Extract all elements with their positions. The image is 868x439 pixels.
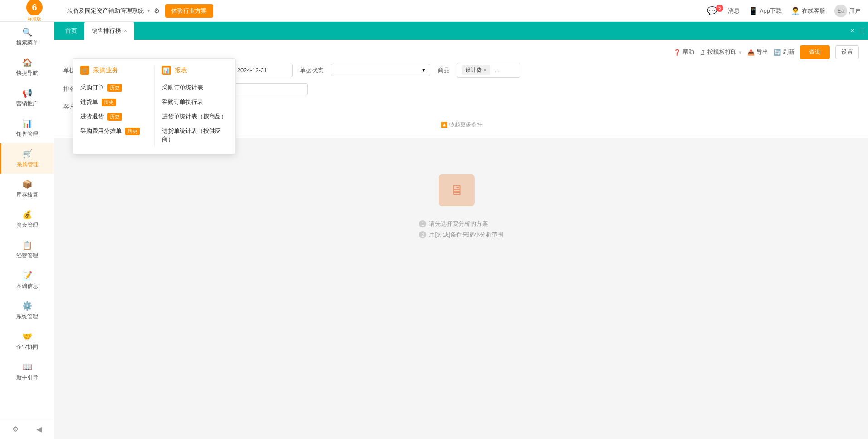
product-tag-value: 设计费 [465,66,482,74]
history-badge-purchase-order: 历史 [107,84,122,92]
online-service-button[interactable]: 👨‍💼 在线客服 [791,6,825,15]
purchase-menu-title: 采购业务 [93,66,118,74]
logo-subtitle: 标准版 [28,16,41,22]
home-icon: 🏠 [22,58,32,68]
sidebar-item-quick-nav[interactable]: 🏠 快捷导航 [0,52,54,83]
tip2-text: 用[过滤]条件来缩小分析范围 [429,231,503,239]
product-tag-remove[interactable]: × [483,67,487,74]
user-menu-button[interactable]: Ea 用户 [834,5,861,17]
sidebar-item-label: 基础信息 [16,282,38,290]
print-icon: 🖨 [700,49,706,56]
menu-item-purchase-order-stat[interactable]: 采购订单统计表 [162,80,229,95]
tab-sales-rank[interactable]: 销售排行榜 × [84,22,134,40]
refresh-label: 刷新 [783,48,795,56]
empty-tips: 1 请先选择要分析的方案 2 用[过滤]条件来缩小分析范围 [419,220,503,242]
sidebar-item-label: 资金管理 [16,222,38,229]
history-badge-expense: 历史 [125,128,140,135]
online-service-label: 在线客服 [802,7,825,15]
sidebar-item-label: 采购管理 [17,161,39,168]
purchase-order-label: 采购订单 [80,84,104,92]
empty-state: 🖥 1 请先选择要分析的方案 2 用[过滤]条件来缩小分析范围 [54,138,868,278]
sidebar-item-operations[interactable]: 📋 经营管理 [0,235,54,265]
report-menu-title: 报表 [175,66,187,74]
history-badge-inbound-return: 历史 [107,113,122,121]
purchase-menu-column: 🛒 采购业务 采购订单 历史 进货单 历史 进货退货 历史 采购费用分摊单 [73,66,155,147]
purchase-menu-header-icon: 🛒 [80,66,89,75]
purchase-icon: 🛒 [23,149,33,159]
sidebar-item-guide[interactable]: 📖 新手引导 [0,356,54,387]
menu-item-inbound-stat-product[interactable]: 进货单统计表（按商品） [162,109,229,124]
tip1-text: 请先选择要分析的方案 [429,220,488,228]
sidebar-item-label: 搜索菜单 [16,39,38,47]
collapse-sidebar-icon[interactable]: ◀ [36,425,42,434]
print-label: 按模板打印 [707,48,737,56]
help-button[interactable]: ❓ 帮助 [673,48,694,56]
tab-close-icon[interactable]: × [124,28,127,34]
inbound-stat-product-label: 进货单统计表（按商品） [162,113,227,121]
menu-item-purchase-order-exec[interactable]: 采购订单执行表 [162,95,229,109]
sidebar-item-label: 新手引导 [16,374,38,381]
menu-item-inbound[interactable]: 进货单 历史 [80,95,147,109]
product-input[interactable]: 设计费 × ... [457,63,520,78]
status-select[interactable]: ▾ [331,64,430,76]
sidebar: 🔍 搜索菜单 🏠 快捷导航 📢 营销推广 📊 销售管理 🛒 采购管理 📦 库存核… [0,22,54,439]
sidebar-bottom: ⚙ ◀ [0,419,54,439]
history-badge-inbound: 历史 [102,99,116,106]
product-dots[interactable]: ... [495,67,500,74]
window-close-icon[interactable]: × [850,27,854,35]
tab-home[interactable]: 首页 [58,22,84,40]
empty-tip-1: 1 请先选择要分析的方案 [419,220,503,228]
print-button[interactable]: 🖨 按模板打印 ▾ [700,48,742,56]
query-button[interactable]: 查询 [800,45,830,59]
system-chevron-icon[interactable]: ▾ [147,8,150,14]
menu-item-purchase-order[interactable]: 采购订单 历史 [80,80,147,95]
sidebar-item-finance[interactable]: 💰 资金管理 [0,204,54,235]
logo-icon: 6 [26,0,43,15]
message-button[interactable]: 💬 5 消息 [707,6,740,16]
sidebar-item-purchase[interactable]: 🛒 采购管理 [0,143,54,174]
refresh-icon: 🔄 [774,49,781,56]
message-label: 消息 [728,7,740,15]
sidebar-item-enterprise[interactable]: 🤝 企业协同 [0,326,54,356]
refresh-button[interactable]: 🔄 刷新 [774,48,795,56]
system-gear-icon[interactable]: ⚙ [154,7,160,15]
operations-icon: 📋 [22,240,32,250]
app-download-button[interactable]: 📱 App下载 [749,6,782,15]
menu-item-inbound-stat-supplier[interactable]: 进货单统计表（按供应商） [162,124,229,147]
empty-icon: 🖥 [439,174,484,211]
settings-button[interactable]: 设置 [835,45,859,59]
industry-solution-button[interactable]: 体验行业方案 [165,4,213,18]
message-badge: 5 [716,5,723,12]
export-button[interactable]: 📤 导出 [747,48,768,56]
report-menu-header: 📊 报表 [162,66,229,75]
marketing-icon: 📢 [22,88,32,98]
product-label: 商品 [438,66,449,74]
sidebar-item-sales[interactable]: 📊 销售管理 [0,113,54,143]
export-icon: 📤 [747,49,755,56]
system-icon: ⚙️ [22,301,32,311]
menu-item-purchase-expense[interactable]: 采购费用分摊单 历史 [80,124,147,138]
menu-item-inbound-return[interactable]: 进货退货 历史 [80,109,147,124]
sidebar-item-label: 库存核算 [16,191,38,199]
sidebar-item-basic-info[interactable]: 📝 基础信息 [0,265,54,296]
app-download-label: App下载 [760,7,782,15]
tab-home-label: 首页 [65,27,77,35]
status-chevron-icon: ▾ [422,67,425,74]
inbound-return-label: 进货退货 [80,113,104,121]
sidebar-item-inventory[interactable]: 📦 库存核算 [0,174,54,204]
sidebar-item-search[interactable]: 🔍 搜索菜单 [0,22,54,52]
finance-icon: 💰 [22,210,32,220]
empty-tip-2: 2 用[过滤]条件来缩小分析范围 [419,231,503,239]
sidebar-item-label: 经营管理 [16,252,38,260]
tab-bar-right: × □ [850,27,864,35]
sidebar-item-label: 系统管理 [16,313,38,321]
sidebar-item-system[interactable]: ⚙️ 系统管理 [0,296,54,326]
system-name: 装备及固定资产辅助管理系统 [67,7,144,15]
sidebar-item-marketing[interactable]: 📢 营销推广 [0,83,54,113]
collapse-up-icon: 🔼 [441,122,448,128]
content-area: ❓ 帮助 🖨 按模板打印 ▾ 📤 导出 🔄 刷新 [54,40,868,439]
purchase-order-stat-label: 采购订单统计表 [162,84,203,92]
settings-bottom-icon[interactable]: ⚙ [12,425,19,434]
system-title-area: 装备及固定资产辅助管理系统 ▾ ⚙ [67,7,160,15]
window-max-icon[interactable]: □ [860,27,864,35]
